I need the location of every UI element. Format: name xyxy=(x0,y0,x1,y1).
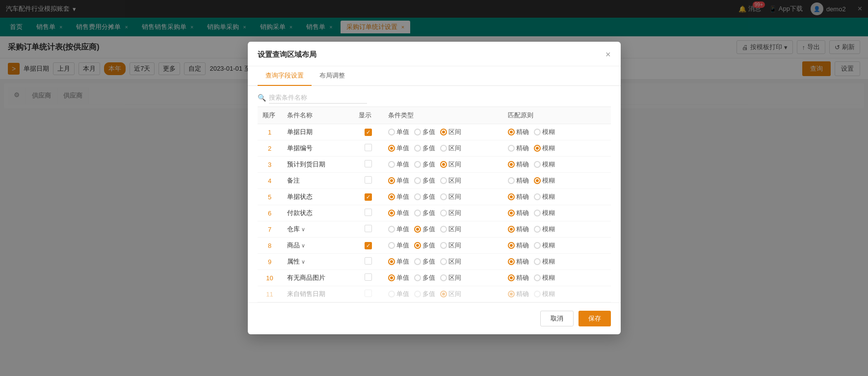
search-input[interactable] xyxy=(269,92,367,104)
th-condition-name: 条件名称 xyxy=(282,107,354,113)
dialog-title: 设置查询区域布局 xyxy=(258,50,316,59)
dialog-header: 设置查询区域布局 × xyxy=(248,42,621,66)
tab-layout-label: 布局调整 xyxy=(319,72,345,79)
tab-layout[interactable]: 布局调整 xyxy=(312,66,353,86)
dialog-tabs: 查询字段设置 布局调整 xyxy=(248,66,621,86)
dialog-search-area: 🔍 xyxy=(248,86,621,107)
dialog-overlay: 设置查询区域布局 × 查询字段设置 布局调整 🔍 顺序 条件名称 xyxy=(0,0,868,112)
settings-dialog: 设置查询区域布局 × 查询字段设置 布局调整 🔍 顺序 条件名称 xyxy=(248,42,621,112)
tab-query-fields-label: 查询字段设置 xyxy=(265,72,304,79)
settings-table: 顺序 条件名称 显示 条件类型 匹配原则 1单据日期单值多值区间精确模糊2单据编… xyxy=(258,107,611,112)
search-icon: 🔍 xyxy=(258,94,266,102)
th-order: 顺序 xyxy=(258,107,282,113)
dialog-close-button[interactable]: × xyxy=(605,50,611,60)
th-condition-type: 条件类型 xyxy=(383,107,503,113)
settings-table-container: 顺序 条件名称 显示 条件类型 匹配原则 1单据日期单值多值区间精确模糊2单据编… xyxy=(248,107,621,112)
th-show: 显示 xyxy=(354,107,383,113)
tab-query-fields[interactable]: 查询字段设置 xyxy=(258,66,312,86)
th-match-rule: 匹配原则 xyxy=(503,107,611,113)
